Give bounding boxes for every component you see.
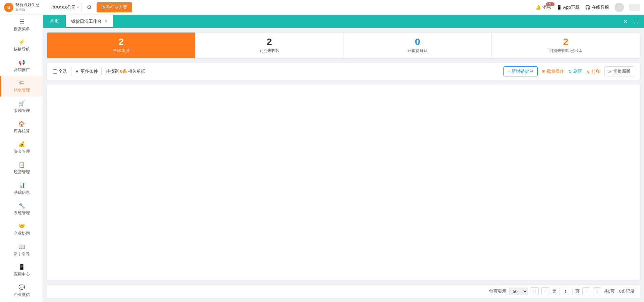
sidebar-label-app-center: 应用中心 [14, 271, 30, 277]
select-all-checkbox[interactable]: 全选 [53, 68, 67, 74]
refresh-label: 刷新 [573, 68, 582, 74]
sidebar-item-marketing[interactable]: 📢 营销推广 [0, 56, 43, 76]
page-suffix: 页 [575, 288, 580, 294]
finance-icon: 💰 [18, 141, 25, 147]
stat-num-overdue: 2 [267, 37, 272, 47]
stat-card-wangwang[interactable]: 0 旺辅待确认 [344, 33, 492, 58]
sidebar-item-quick-nav[interactable]: ⚡ 快捷导航 [0, 35, 43, 56]
tab-progress-bar [66, 27, 113, 28]
filter-icon: ▼ [75, 69, 79, 74]
app-download-button[interactable]: 📱 App下载 [556, 4, 580, 10]
sales-icon: 🏷 [18, 79, 25, 86]
sidebar-label-finance: 资金管理 [14, 149, 30, 155]
page-label: 第 [552, 288, 556, 294]
result-suffix: 相关单据 [128, 69, 145, 74]
company-selector[interactable]: XXXXX公司 ▾ [50, 3, 82, 12]
sidebar-label-wechat: 企业微信 [14, 292, 30, 298]
checkbox-input[interactable] [53, 69, 57, 74]
company-name: XXXXX公司 [53, 4, 76, 10]
sidebar: ☰ 搜索菜单 ⚡ 快捷导航 📢 营销推广 🏷 销售管理 🛒 采购管理 🏠 库存核… [0, 15, 43, 302]
settings-icon[interactable]: ⚙ [85, 3, 94, 12]
select-all-label: 全选 [58, 68, 67, 74]
stat-num-out: 2 [563, 37, 569, 47]
stat-card-out[interactable]: 2 到期未收款 已出库 [492, 33, 640, 58]
stat-label-wangwang: 旺辅待确认 [408, 48, 428, 54]
base-info-icon: 📊 [18, 182, 25, 188]
stat-num-wangwang: 0 [415, 37, 420, 47]
switch-version-button[interactable]: ⇄ 切换新版 [604, 66, 634, 76]
sidebar-label-guide: 新手引导 [14, 251, 30, 257]
filter-label: 更多条件 [80, 68, 98, 74]
trial-button[interactable]: 体验行业方案 [97, 2, 132, 12]
sidebar-item-inventory[interactable]: 🏠 库存核算 [0, 117, 43, 137]
refresh-button[interactable]: ↻ 刷新 [568, 68, 582, 74]
result-text: 共找到 0条 相关单据 [106, 68, 145, 74]
sidebar-item-app-center[interactable]: 📱 应用中心 [0, 260, 43, 281]
total-label: 共0页，0条记录 [604, 288, 635, 294]
tab-maximize-icon[interactable]: ⛶ [632, 17, 640, 25]
stat-card-overdue[interactable]: 2 到期未收款 [196, 33, 344, 58]
online-service-button[interactable]: 🎧 在线客服 [585, 4, 609, 10]
system-icon: 🔧 [18, 202, 25, 209]
sidebar-item-search-menu[interactable]: ☰ 搜索菜单 [0, 15, 43, 35]
avatar[interactable] [614, 3, 624, 12]
stat-label-overdue: 到期未收款 [259, 48, 279, 54]
stat-num-all: 2 [119, 37, 124, 47]
search-menu-icon: ☰ [18, 18, 25, 25]
sidebar-label-quick-nav: 快捷导航 [14, 47, 30, 52]
sidebar-label-cooperation: 企业协同 [14, 231, 30, 236]
sidebar-label-sales: 销售管理 [14, 87, 30, 93]
prev-page-button[interactable]: ＜ [541, 287, 549, 295]
last-page-button[interactable]: ⟩⟩ [593, 287, 601, 295]
per-page-label: 每页显示 [489, 288, 506, 294]
sidebar-label-base-info: 基础信息 [14, 190, 30, 195]
sidebar-label-system: 系统管理 [14, 210, 30, 216]
sidebar-item-guide[interactable]: 📖 新手引导 [0, 240, 43, 260]
print-button[interactable]: 🖨 打印 [586, 68, 600, 74]
refresh-icon: ↻ [568, 69, 572, 74]
tab-close-icon[interactable]: ✕ [104, 19, 108, 24]
sidebar-item-sales[interactable]: 🏷 销售管理 [0, 76, 43, 97]
sidebar-item-purchase[interactable]: 🛒 采购管理 [0, 97, 43, 117]
table-empty [47, 84, 640, 280]
per-page-select[interactable]: 50 100 200 [509, 288, 528, 295]
logo-icon: 6 [4, 3, 13, 12]
message-button[interactable]: 🔔 消息 99+ [536, 4, 551, 10]
sidebar-item-base-info[interactable]: 📊 基础信息 [0, 178, 43, 199]
batch-icon: ⊞ [542, 69, 545, 74]
cooperation-icon: 🤝 [18, 223, 25, 229]
logo-sub: 标准版 [15, 7, 40, 12]
page-number-input[interactable] [559, 288, 573, 295]
sidebar-item-finance[interactable]: 💰 资金管理 [0, 137, 43, 158]
sidebar-label-marketing: 营销推广 [14, 67, 30, 73]
tab-home[interactable]: 首页 [43, 15, 66, 28]
marketing-icon: 📢 [18, 59, 25, 66]
logo-text: 畅捷通好生意 [15, 2, 40, 8]
sidebar-item-system[interactable]: 🔧 系统管理 [0, 199, 43, 219]
content-area: 首页 钱货日清工作台 ✕ ✕ ⛶ 2 全部单据 [43, 15, 644, 302]
print-label: 打印 [592, 68, 600, 74]
tab-minimize-icon[interactable]: ✕ [621, 17, 629, 25]
headset-icon: 🎧 [585, 5, 590, 10]
switch-label: 切换新版 [613, 68, 631, 74]
main-layout: ☰ 搜索菜单 ⚡ 快捷导航 📢 营销推广 🏷 销售管理 🛒 采购管理 🏠 库存核… [0, 15, 644, 302]
next-page-button[interactable]: ＞ [582, 287, 590, 295]
filter-button[interactable]: ▼ 更多条件 [71, 67, 102, 76]
new-sales-order-button[interactable]: + 新增销货单 [503, 66, 538, 76]
sidebar-item-wechat[interactable]: 💬 企业微信 [0, 281, 43, 301]
stat-card-all[interactable]: 2 全部单据 [47, 33, 196, 58]
batch-label: 批量操作 [547, 68, 564, 74]
batch-operation-button[interactable]: ⊞ 批量操作 [542, 68, 564, 74]
stat-label-out: 到期未收款 已出库 [549, 48, 582, 54]
mobile-icon: 📱 [556, 5, 562, 10]
guide-icon: 📖 [18, 243, 25, 250]
sidebar-item-cooperation[interactable]: 🤝 企业协同 [0, 219, 43, 240]
sidebar-item-operations[interactable]: 📋 经营管理 [0, 158, 43, 178]
user-name[interactable] [629, 4, 640, 11]
tab-qianghuo[interactable]: 钱货日清工作台 ✕ [66, 15, 113, 28]
purchase-icon: 🛒 [18, 100, 25, 107]
result-count: 0条 [120, 69, 127, 74]
toolbar-right: + 新增销货单 ⊞ 批量操作 ↻ 刷新 🖨 打印 ⇄ [503, 66, 634, 76]
result-prefix: 共找到 [106, 69, 119, 74]
first-page-button[interactable]: ⟨⟨ [531, 287, 539, 295]
